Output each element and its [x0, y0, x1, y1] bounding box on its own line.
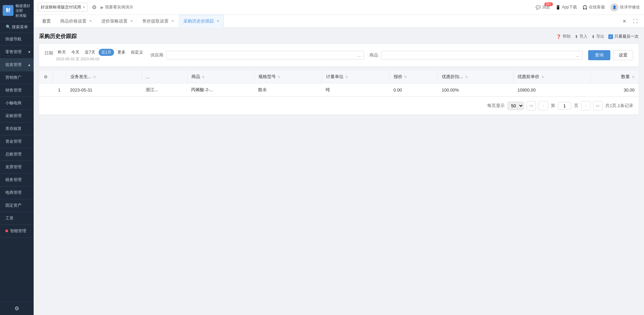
- tab-home-label: 首页: [42, 18, 51, 24]
- sidebar-item-retail[interactable]: 零售管理 ▼: [0, 46, 34, 59]
- sidebar-item-marketing[interactable]: 营销推广: [0, 71, 34, 84]
- sort-icon[interactable]: ⇅: [202, 75, 205, 79]
- tab-price[interactable]: 商品价格设置 ✕: [56, 15, 96, 28]
- sidebar-item-search[interactable]: 🔍 搜索菜单: [0, 22, 34, 33]
- sidebar-item-smart[interactable]: 智能管理: [0, 225, 34, 238]
- per-page-select[interactable]: 50: [507, 102, 524, 110]
- sidebar-item-quick-nav[interactable]: 快捷导航: [0, 33, 34, 46]
- date-btn-more[interactable]: 更多: [115, 49, 128, 56]
- tab-panel-controls: ✕ ⛶: [620, 16, 640, 26]
- export-icon: ⬇: [592, 34, 595, 39]
- sort-icon[interactable]: ⇅: [345, 75, 348, 79]
- sidebar-item-salary[interactable]: 工资: [0, 212, 34, 225]
- date-range-text: 2023-05-02 至 2023-06-02: [56, 57, 145, 62]
- filter-area: 日期 昨天 今天 近7天 近1月 更多 自定义 2023-05-02 至 202…: [39, 44, 639, 66]
- sidebar-item-inventory[interactable]: 库存核算: [0, 123, 34, 135]
- th-quantity: 数量 ⇅: [591, 70, 639, 83]
- version-selector-text: 好业财标准版交付试用: [41, 4, 81, 10]
- close-panel-button[interactable]: ✕: [620, 16, 629, 26]
- supplier-filter: 供应商 ...: [150, 51, 364, 60]
- logo-icon: 财: [3, 5, 13, 16]
- import-button[interactable]: ⬆ 导入: [575, 34, 587, 39]
- app-download-button[interactable]: 📱 App下载: [556, 4, 577, 10]
- demo-link[interactable]: ▶ 我要看实例演示: [101, 4, 133, 10]
- per-page-label: 每页显示: [487, 103, 505, 109]
- help-button[interactable]: ❓ 帮助: [556, 34, 571, 39]
- data-table: ⚙ 业务发生... ⇅ ... 商品 ⇅: [39, 70, 639, 97]
- th-product: 商品 ⇅: [187, 70, 254, 83]
- tab-home[interactable]: 首页: [38, 15, 55, 28]
- help-icon: ❓: [556, 34, 561, 39]
- expand-panel-button[interactable]: ⛶: [631, 16, 640, 26]
- close-icon[interactable]: ✕: [217, 19, 219, 23]
- only-last-checkbox[interactable]: ✓ 只看最后一次: [608, 34, 639, 39]
- prev-page-button[interactable]: ‹: [539, 101, 548, 110]
- export-button[interactable]: ⬇ 导出: [592, 34, 604, 39]
- filter-actions: 查询 设置: [588, 50, 633, 60]
- first-page-button[interactable]: ⏮: [527, 101, 536, 110]
- last-page-button[interactable]: ⏭: [593, 101, 603, 110]
- close-icon[interactable]: ✕: [130, 19, 133, 23]
- sidebar-item-ledger[interactable]: 总账管理: [0, 148, 34, 161]
- product-input-wrapper: ...: [381, 51, 583, 60]
- date-btn-1month[interactable]: 近1月: [99, 49, 114, 56]
- sidebar-item-sales[interactable]: 销售管理: [0, 84, 34, 97]
- total-info: 共1页,1条记录: [605, 103, 633, 109]
- topbar-settings-icon[interactable]: ⚙: [92, 4, 97, 10]
- date-filter: 日期 昨天 今天 近7天 近1月 更多 自定义 2023-05-02 至 202…: [44, 49, 145, 62]
- date-btn-today[interactable]: 今天: [69, 49, 81, 56]
- sidebar-item-capital[interactable]: 资金管理: [0, 135, 34, 148]
- supplier-more-icon[interactable]: ...: [357, 53, 361, 58]
- messages-button[interactable]: 💬 消息 99+: [536, 4, 550, 10]
- tab-sale-price[interactable]: 售价提取设置 ✕: [138, 15, 178, 28]
- th-settings: ⚙: [39, 70, 52, 83]
- smart-dot: [5, 230, 8, 232]
- query-button[interactable]: 查询: [588, 50, 610, 60]
- supplier-input[interactable]: [169, 53, 355, 58]
- th-unit: 计量单位 ⇅: [322, 70, 389, 83]
- sidebar-item-invoice[interactable]: 发票管理: [0, 161, 34, 174]
- page-input[interactable]: [558, 102, 571, 110]
- sort-icon[interactable]: ⇅: [541, 75, 544, 79]
- th-pre-price: 优惠前单价 ⇅: [513, 70, 591, 83]
- settings-filter-button[interactable]: 设置: [613, 50, 633, 60]
- date-btn-custom[interactable]: 自定义: [129, 49, 145, 56]
- checkbox-checked-icon: ✓: [608, 34, 613, 39]
- sidebar-item-tax[interactable]: 税务管理: [0, 174, 34, 186]
- product-more-icon[interactable]: ...: [576, 53, 580, 58]
- message-icon: 💬: [536, 5, 541, 10]
- sort-icon[interactable]: ⇅: [465, 75, 468, 79]
- sort-icon[interactable]: ⇅: [278, 75, 280, 79]
- th-date: 业务发生... ⇅: [66, 70, 142, 83]
- sort-icon[interactable]: ⇅: [404, 75, 407, 79]
- sidebar-item-wholesale[interactable]: 批发管理 ▲: [0, 59, 34, 71]
- th-more: ...: [142, 70, 187, 83]
- settings-icon[interactable]: ⚙: [14, 305, 19, 312]
- sidebar-item-purchase[interactable]: 采购管理: [0, 110, 34, 123]
- product-input[interactable]: [384, 53, 574, 58]
- next-page-button[interactable]: ›: [581, 101, 591, 110]
- sidebar-item-ecommerce[interactable]: 电商管理: [0, 186, 34, 199]
- close-icon[interactable]: ✕: [89, 19, 92, 23]
- user-menu[interactable]: 👤 徐泽华修改: [610, 3, 640, 11]
- tab-purchase-strategy[interactable]: 进价策略设置 ✕: [97, 15, 137, 28]
- gear-icon[interactable]: ⚙: [44, 74, 48, 79]
- sort-icon[interactable]: ⇅: [93, 75, 96, 79]
- tab-history-price[interactable]: 采购历史价跟踪 ✕: [179, 15, 224, 28]
- tabbar: 首页 商品价格设置 ✕ 进价策略设置 ✕ 售价提取设置 ✕ 采购历史价跟踪 ✕ …: [34, 15, 644, 28]
- close-icon[interactable]: ✕: [171, 19, 174, 23]
- sidebar-logo: 财 畅捷通好业财 标准版: [0, 0, 34, 22]
- sort-icon[interactable]: ⇅: [632, 75, 635, 79]
- messages-badge: 99+: [544, 2, 553, 6]
- sidebar-item-fixed-assets[interactable]: 固定资产: [0, 199, 34, 212]
- sidebar: 财 畅捷通好业财 标准版 🔍 搜索菜单 快捷导航 零售管理 ▼ 批发管理 ▲ 营…: [0, 0, 34, 315]
- chevron-down-icon: ▾: [83, 5, 85, 9]
- date-btn-7days[interactable]: 近7天: [83, 49, 97, 56]
- online-service-button[interactable]: 🎧 在线客服: [582, 4, 605, 10]
- search-icon: 🔍: [6, 25, 11, 29]
- version-selector[interactable]: 好业财标准版交付试用 ▾: [38, 3, 88, 12]
- date-btn-yesterday[interactable]: 昨天: [56, 49, 68, 56]
- chevron-up-icon: ▲: [28, 63, 31, 67]
- sidebar-bottom: ⚙: [0, 302, 34, 315]
- sidebar-item-ecommerce-small[interactable]: 小畅电商: [0, 97, 34, 110]
